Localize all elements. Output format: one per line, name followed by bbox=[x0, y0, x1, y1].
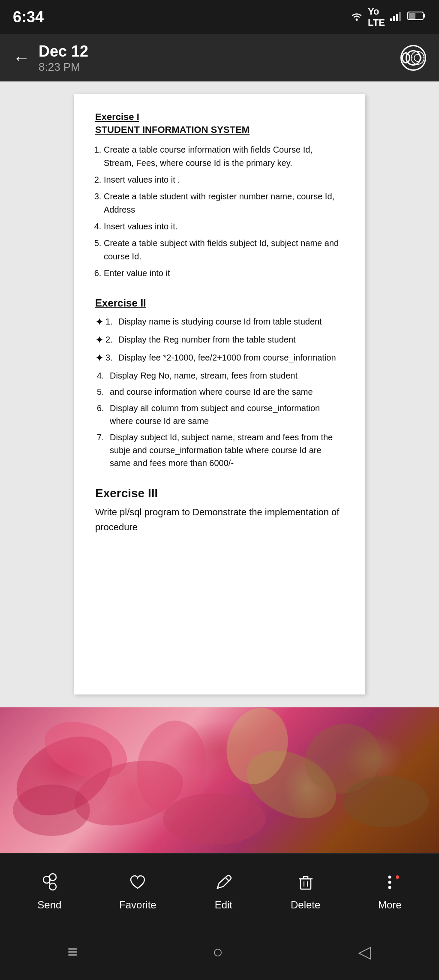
edit-icon bbox=[214, 873, 233, 896]
nav-menu-button[interactable]: ≡ bbox=[68, 942, 78, 962]
svg-point-37 bbox=[388, 886, 391, 889]
exercise1-item1: Create a table course information with f… bbox=[104, 143, 344, 170]
svg-point-25 bbox=[49, 874, 56, 881]
action-bar: Send Favorite Edit bbox=[0, 853, 439, 930]
lte-icon: YoLTE bbox=[368, 6, 385, 28]
bullet2: ✦ bbox=[95, 332, 104, 348]
svg-point-26 bbox=[49, 883, 56, 890]
svg-rect-4 bbox=[399, 12, 401, 21]
more-button[interactable]: More bbox=[378, 873, 402, 911]
exercise1-title: Exercise I bbox=[95, 111, 344, 123]
svg-point-8 bbox=[411, 51, 424, 64]
bullet1: ✦ bbox=[95, 314, 104, 330]
status-time: 6:34 bbox=[13, 8, 44, 26]
delete-label: Delete bbox=[291, 899, 320, 911]
document-paper: Exercise I STUDENT INFORMATION SYSTEM Cr… bbox=[74, 94, 365, 694]
svg-line-28 bbox=[49, 881, 50, 884]
header-title-block: Dec 12 8:23 PM bbox=[39, 42, 88, 74]
svg-rect-3 bbox=[396, 14, 398, 21]
favorite-label: Favorite bbox=[119, 899, 156, 911]
exercise1-body: Create a table course information with f… bbox=[95, 143, 344, 280]
svg-rect-1 bbox=[390, 18, 392, 21]
bullet3: ✦ bbox=[95, 350, 104, 366]
nav-back-button[interactable]: ◁ bbox=[358, 942, 371, 962]
exercise2-item5: 5. and course information where course I… bbox=[95, 385, 344, 398]
svg-point-38 bbox=[396, 875, 399, 879]
svg-point-35 bbox=[388, 876, 391, 879]
send-icon bbox=[40, 873, 59, 896]
exercise1-subtitle: STUDENT INFORMATION SYSTEM bbox=[95, 124, 344, 135]
exercise1-section: Exercise I STUDENT INFORMATION SYSTEM Cr… bbox=[95, 111, 344, 280]
exercise2-item3: ✦ 3. Display fee *2-1000, fee/2+1000 fro… bbox=[95, 351, 344, 366]
status-icons: YoLTE bbox=[350, 6, 426, 28]
exercise1-item4: Insert values into it. bbox=[104, 220, 344, 233]
svg-rect-2 bbox=[393, 16, 395, 21]
exercise1-item2: Insert values into it . bbox=[104, 173, 344, 186]
flower-image bbox=[0, 707, 439, 853]
svg-point-23 bbox=[163, 793, 266, 845]
svg-point-36 bbox=[388, 881, 391, 884]
header-bar: ← Dec 12 8:23 PM bbox=[0, 34, 439, 81]
exercise2-item4: 4. Display Reg No, name, stream, fees fr… bbox=[95, 369, 344, 382]
favorite-icon bbox=[128, 873, 147, 896]
nav-bar: ≡ ○ ◁ bbox=[0, 930, 439, 973]
exercise2-item2: ✦ 2. Display the Reg number from the tab… bbox=[95, 333, 344, 348]
svg-point-0 bbox=[356, 18, 358, 21]
battery-icon bbox=[407, 10, 426, 24]
svg-line-29 bbox=[225, 877, 229, 881]
exercise1-item6: Enter value into it bbox=[104, 267, 344, 280]
exercise3-section: Exercise III Write pl/sql program to Dem… bbox=[95, 487, 344, 535]
exercise1-item5: Create a table subject with fields subje… bbox=[104, 237, 344, 263]
send-button[interactable]: Send bbox=[37, 873, 61, 911]
edit-button[interactable]: Edit bbox=[214, 873, 233, 911]
delete-button[interactable]: Delete bbox=[291, 873, 320, 911]
exercise3-body: Write pl/sql program to Demonstrate the … bbox=[95, 505, 344, 535]
exercise2-section: Exercise II ✦ 1. Display name is studyin… bbox=[95, 297, 344, 469]
back-button[interactable]: ← bbox=[13, 48, 30, 68]
svg-line-27 bbox=[49, 878, 50, 881]
more-label: More bbox=[378, 899, 402, 911]
header-time: 8:23 PM bbox=[39, 60, 88, 74]
more-icon bbox=[380, 873, 399, 896]
signal-icon bbox=[389, 10, 403, 25]
scan-icon[interactable] bbox=[400, 45, 426, 71]
nav-home-button[interactable]: ○ bbox=[213, 942, 223, 962]
exercise2-item6: 6. Display all column from subject and c… bbox=[95, 402, 344, 427]
header-date: Dec 12 bbox=[39, 42, 88, 60]
send-label: Send bbox=[37, 899, 61, 911]
exercise2-title: Exercise II bbox=[95, 297, 344, 309]
exercise2-item1: ✦ 1. Display name is studying course Id … bbox=[95, 315, 344, 330]
svg-point-21 bbox=[343, 776, 429, 827]
wifi-icon bbox=[350, 10, 364, 25]
document-area: Exercise I STUDENT INFORMATION SYSTEM Cr… bbox=[0, 81, 439, 707]
delete-icon bbox=[296, 873, 315, 896]
status-bar: 6:34 YoLTE bbox=[0, 0, 439, 34]
svg-rect-7 bbox=[409, 13, 415, 19]
edit-label: Edit bbox=[215, 899, 232, 911]
exercise1-item3: Create a table student with register num… bbox=[104, 190, 344, 216]
exercise3-title: Exercise III bbox=[95, 487, 344, 500]
exercise2-list: ✦ 1. Display name is studying course Id … bbox=[95, 315, 344, 469]
svg-point-9 bbox=[414, 54, 421, 61]
exercise2-item7: 7. Display subject Id, subject name, str… bbox=[95, 431, 344, 469]
favorite-button[interactable]: Favorite bbox=[119, 873, 156, 911]
svg-point-17 bbox=[13, 785, 90, 836]
svg-rect-31 bbox=[301, 879, 311, 889]
svg-rect-6 bbox=[423, 14, 425, 18]
header-left: ← Dec 12 8:23 PM bbox=[13, 42, 88, 74]
